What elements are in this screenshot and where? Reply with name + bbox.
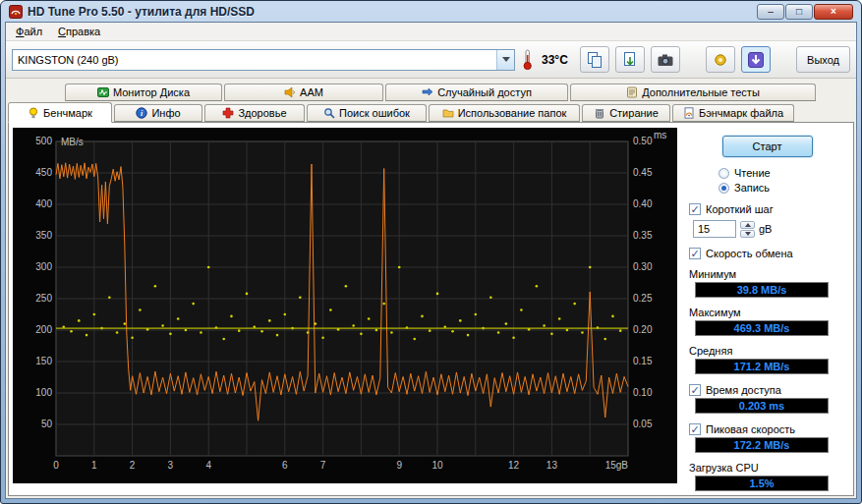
- drive-selector-dropdown-button[interactable]: [496, 50, 514, 70]
- read-label: Чтение: [734, 167, 771, 179]
- file-benchmark-icon: [683, 107, 695, 119]
- access-time-label: Время доступа: [706, 384, 781, 396]
- chevron-down-icon: [502, 57, 510, 62]
- svg-text:250: 250: [35, 293, 52, 304]
- svg-text:MB/s: MB/s: [61, 137, 84, 147]
- svg-text:150: 150: [35, 356, 52, 366]
- tab-erase[interactable]: Стирание: [582, 104, 670, 122]
- tab-disk-monitor[interactable]: Монитор Диска: [65, 84, 222, 101]
- thermometer-icon: [521, 48, 534, 71]
- radio-icon: [718, 168, 729, 179]
- cpu-usage-label: Загрузка CPU: [689, 462, 845, 474]
- tab-health[interactable]: Здоровье: [204, 104, 305, 122]
- disk-monitor-icon: [97, 86, 109, 98]
- svg-text:13: 13: [546, 460, 558, 471]
- svg-text:7: 7: [320, 460, 326, 471]
- tab-label: Использование папок: [458, 107, 567, 119]
- tab-folder-usage[interactable]: Использование папок: [429, 104, 580, 122]
- short-stroke-checkbox[interactable]: Короткий шаг: [689, 203, 845, 215]
- average-value: 171.2 MB/s: [695, 359, 829, 374]
- tab-info[interactable]: i Инфо: [114, 104, 202, 122]
- access-time-checkbox[interactable]: Время доступа: [689, 384, 845, 396]
- tab-file-benchmark[interactable]: Бэнчмарк файла: [672, 104, 794, 122]
- svg-text:0.45: 0.45: [633, 167, 653, 178]
- svg-text:0: 0: [53, 460, 59, 471]
- window-title: HD Tune Pro 5.50 - утилита для HD/SSD: [28, 5, 752, 19]
- svg-text:4: 4: [205, 460, 211, 471]
- svg-text:2: 2: [130, 460, 136, 471]
- svg-text:ms: ms: [654, 130, 666, 140]
- svg-text:350: 350: [35, 230, 52, 241]
- start-button[interactable]: Старт: [722, 136, 813, 157]
- copy-clipboard-button[interactable]: [580, 46, 609, 73]
- speaker-icon: [284, 86, 296, 98]
- tab-label: AAM: [300, 86, 323, 98]
- svg-text:400: 400: [35, 198, 52, 209]
- burst-rate-value: 172.2 MB/s: [695, 437, 829, 453]
- tab-label: Случайный доступ: [437, 86, 532, 98]
- copy-to-file-button[interactable]: [615, 46, 645, 73]
- maximum-label: Максимум: [689, 307, 845, 318]
- benchmark-chart-svg: 50045040035030025020015010050MB/s0.500.4…: [13, 128, 677, 483]
- svg-text:10: 10: [431, 460, 443, 471]
- tab-label: Стирание: [609, 107, 659, 119]
- benchmark-controls: Старт Чтение Запись Короткий шаг 1: [679, 128, 851, 491]
- svg-text:450: 450: [35, 167, 52, 178]
- stroke-size-input[interactable]: 15: [693, 220, 736, 238]
- svg-text:12: 12: [508, 460, 520, 471]
- title-bar[interactable]: HD Tune Pro 5.50 - утилита для HD/SSD – …: [5, 1, 857, 22]
- menu-help[interactable]: Справка: [50, 24, 108, 40]
- exit-button[interactable]: Выход: [796, 46, 850, 73]
- svg-text:300: 300: [35, 261, 52, 272]
- close-button[interactable]: ×: [814, 4, 853, 20]
- drive-selector-value: KINGSTON (240 gB): [13, 54, 496, 66]
- svg-text:0.05: 0.05: [633, 419, 653, 429]
- svg-text:500: 500: [35, 136, 52, 146]
- minimum-label: Минимум: [689, 268, 845, 280]
- benchmark-bulb-icon: [28, 107, 39, 119]
- svg-text:50: 50: [41, 419, 53, 429]
- download-icon: [747, 51, 765, 69]
- tab-strip-primary: Бенчмарк i Инфо Здоровье Поиск ошибок Ис…: [6, 102, 856, 122]
- checkbox-icon: [689, 248, 701, 259]
- transfer-speed-checkbox[interactable]: Скорость обмена: [689, 248, 845, 259]
- menu-bar: Файл Справка: [6, 23, 856, 41]
- tab-label: Поиск ошибок: [339, 107, 410, 119]
- maximize-button[interactable]: □: [785, 4, 813, 20]
- options-button[interactable]: [706, 46, 735, 73]
- svg-text:0.25: 0.25: [633, 293, 653, 304]
- tab-error-scan[interactable]: Поиск ошибок: [307, 104, 427, 122]
- random-access-icon: [422, 86, 433, 98]
- burst-rate-checkbox[interactable]: Пиковая скорость: [689, 423, 845, 435]
- write-radio[interactable]: Запись: [718, 182, 845, 194]
- tab-benchmark[interactable]: Бенчмарк: [8, 102, 112, 123]
- options-icon: [712, 51, 729, 69]
- app-icon: [9, 5, 23, 19]
- checkbox-icon: [689, 384, 701, 396]
- stroke-size-up[interactable]: [740, 221, 755, 229]
- svg-text:0.40: 0.40: [633, 198, 653, 209]
- minimum-value: 39.8 MB/s: [695, 282, 829, 298]
- folder-icon: [442, 107, 454, 119]
- drive-selector[interactable]: KINGSTON (240 gB): [12, 49, 515, 71]
- minimize-button[interactable]: –: [757, 4, 784, 20]
- checkbox-icon: [689, 203, 701, 215]
- svg-text:0.50: 0.50: [633, 136, 653, 146]
- tab-aam[interactable]: AAM: [224, 84, 383, 101]
- menu-file[interactable]: Файл: [8, 24, 50, 40]
- burst-rate-label: Пиковая скорость: [706, 423, 795, 435]
- tab-zone: Монитор Диска AAM Случайный доступ Допол…: [6, 79, 856, 498]
- toolbar: KINGSTON (240 gB) 33°C Выход: [6, 41, 856, 79]
- radio-selected-icon: [718, 183, 729, 194]
- stroke-size-down[interactable]: [740, 230, 755, 238]
- tab-random-access[interactable]: Случайный доступ: [385, 84, 568, 101]
- read-radio[interactable]: Чтение: [718, 167, 845, 179]
- save-results-button[interactable]: [741, 46, 771, 73]
- svg-text:0.20: 0.20: [633, 324, 653, 335]
- svg-text:0.15: 0.15: [633, 356, 653, 366]
- svg-text:0.10: 0.10: [633, 387, 653, 398]
- copy-icon: [586, 51, 603, 69]
- tab-extra-tests[interactable]: Дополнительные тесты: [570, 84, 816, 101]
- screenshot-button[interactable]: [651, 46, 680, 73]
- tab-label: Здоровье: [238, 107, 286, 119]
